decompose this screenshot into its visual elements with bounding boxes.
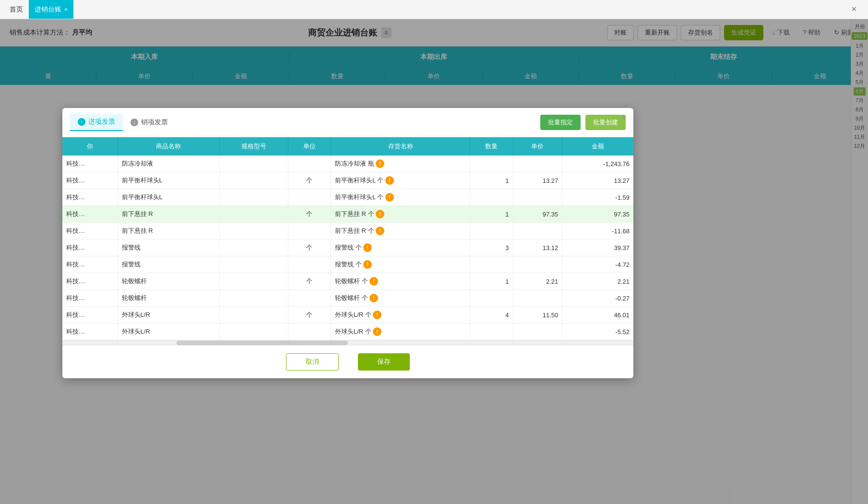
- col-header-0: 你: [62, 137, 118, 156]
- table-row[interactable]: 科技…前下悬挂 R前下悬挂 R 个 !-11.68: [62, 223, 633, 240]
- cell-9-1: 外球头L/R: [118, 307, 219, 324]
- cell-5-1: 报警线: [118, 240, 219, 256]
- modal-table-wrap[interactable]: 你 商品名称 规格型号 单位 存货名称 数量 单价 金额 科技…防冻冷却液防冻冷…: [62, 137, 633, 340]
- cell-10-0: 科技…: [62, 324, 118, 340]
- cell-2-0: 科技…: [62, 189, 118, 206]
- cell-8-1: 轮毂螺杆: [118, 290, 219, 307]
- cell-2-4: 前平衡杆球头L 个 !: [331, 189, 470, 206]
- table-row[interactable]: 科技…前下悬挂 R个前下悬挂 R 个 !197.3597.35: [62, 206, 633, 223]
- cell-3-2: [219, 206, 288, 223]
- table-row[interactable]: 科技…前平衡杆球头L前平衡杆球头L 个 !-1.59: [62, 189, 633, 206]
- home-tab[interactable]: 首页: [4, 0, 29, 19]
- cell-8-2: [219, 290, 288, 307]
- table-row[interactable]: 科技…外球头L/R外球头L/R 个 !-5.52: [62, 324, 633, 340]
- cell-1-0: 科技…: [62, 172, 118, 189]
- active-tab[interactable]: 进销台账 ×: [29, 0, 73, 19]
- cell-0-3: [288, 156, 331, 172]
- cell-5-4: 报警线 个 !: [331, 240, 470, 256]
- cell-1-7: 13.27: [562, 172, 633, 189]
- batch-create-button[interactable]: 批量创建: [585, 115, 626, 130]
- main-area: 销售成本计算方法： 月平均 商贸企业进销台账 ≡ 对账 重新开账 存货别名 生成…: [0, 19, 868, 504]
- cell-5-0: 科技…: [62, 240, 118, 256]
- table-header-row: 你 商品名称 规格型号 单位 存货名称 数量 单价 金额: [62, 137, 633, 156]
- cell-7-7: 2.21: [562, 273, 633, 290]
- cell-1-6: 13.27: [513, 172, 562, 189]
- modal-close-button[interactable]: ×: [621, 113, 627, 123]
- cell-7-5: 1: [470, 273, 513, 290]
- warning-icon: !: [369, 277, 378, 286]
- cell-4-4: 前下悬挂 R 个 !: [331, 223, 470, 240]
- scrollbar-thumb[interactable]: [177, 341, 348, 345]
- tab-close-icon[interactable]: ×: [64, 6, 68, 13]
- cell-6-2: [219, 256, 288, 273]
- batch-assign-button[interactable]: 批量指定: [540, 115, 581, 130]
- warning-icon: !: [369, 294, 378, 302]
- col-header-6: 单价: [513, 137, 562, 156]
- cell-1-1: 前平衡杆球头L: [118, 172, 219, 189]
- cell-4-5: [470, 223, 513, 240]
- warning-icon: !: [363, 260, 372, 269]
- cell-6-7: -4.72: [562, 256, 633, 273]
- cell-8-4: 轮毂螺杆 个 !: [331, 290, 470, 307]
- table-row[interactable]: 科技…报警线报警线 个 !-4.72: [62, 256, 633, 273]
- cell-10-3: [288, 324, 331, 340]
- table-body: 科技…防冻冷却液防冻冷却液 瓶 !-1,243.76科技…前平衡杆球头L个前平衡…: [62, 156, 633, 340]
- cell-2-5: [470, 189, 513, 206]
- warning-icon: !: [376, 227, 384, 235]
- cell-4-0: 科技…: [62, 223, 118, 240]
- cell-9-3: 个: [288, 307, 331, 324]
- warning-icon: !: [376, 159, 384, 168]
- table-row[interactable]: 科技…轮毂螺杆轮毂螺杆 个 !-0.27: [62, 290, 633, 307]
- cell-2-6: [513, 189, 562, 206]
- cell-2-2: [219, 189, 288, 206]
- cell-7-3: 个: [288, 273, 331, 290]
- cell-5-3: 个: [288, 240, 331, 256]
- cell-3-3: 个: [288, 206, 331, 223]
- cell-8-5: [470, 290, 513, 307]
- cell-1-2: [219, 172, 288, 189]
- warning-icon: !: [373, 327, 381, 336]
- cell-8-7: -0.27: [562, 290, 633, 307]
- col-header-7: 金额: [562, 137, 633, 156]
- cell-1-5: 1: [470, 172, 513, 189]
- cell-0-7: -1,243.76: [562, 156, 633, 172]
- save-button[interactable]: 保存: [358, 353, 410, 371]
- outbound-tab-icon: ↓: [131, 119, 138, 126]
- cell-3-4: 前下悬挂 R 个 !: [331, 206, 470, 223]
- col-header-2: 规格型号: [219, 137, 288, 156]
- invoice-table: 你 商品名称 规格型号 单位 存货名称 数量 单价 金额 科技…防冻冷却液防冻冷…: [62, 137, 633, 340]
- table-row[interactable]: 科技…前平衡杆球头L个前平衡杆球头L 个 !113.2713.27: [62, 172, 633, 189]
- cell-2-3: [288, 189, 331, 206]
- table-scrollbar[interactable]: [62, 340, 633, 345]
- cell-1-3: 个: [288, 172, 331, 189]
- cell-6-0: 科技…: [62, 256, 118, 273]
- cell-0-4: 防冻冷却液 瓶 !: [331, 156, 470, 172]
- table-row[interactable]: 科技…报警线个报警线 个 !313.1239.37: [62, 240, 633, 256]
- cell-6-4: 报警线 个 !: [331, 256, 470, 273]
- cell-6-1: 报警线: [118, 256, 219, 273]
- cell-9-6: 11.50: [513, 307, 562, 324]
- cell-10-7: -5.52: [562, 324, 633, 340]
- table-row[interactable]: 科技…轮毂螺杆个轮毂螺杆 个 !12.212.21: [62, 273, 633, 290]
- cell-0-5: [470, 156, 513, 172]
- cell-4-6: [513, 223, 562, 240]
- cell-3-5: 1: [470, 206, 513, 223]
- cell-7-1: 轮毂螺杆: [118, 273, 219, 290]
- table-row[interactable]: 科技…防冻冷却液防冻冷却液 瓶 !-1,243.76: [62, 156, 633, 172]
- col-header-5: 数量: [470, 137, 513, 156]
- warning-icon: !: [376, 210, 384, 218]
- cell-9-2: [219, 307, 288, 324]
- window-close-button[interactable]: ×: [844, 4, 864, 14]
- cell-2-1: 前平衡杆球头L: [118, 189, 219, 206]
- cell-10-1: 外球头L/R: [118, 324, 219, 340]
- tab-inbound-invoice[interactable]: ↑ 进项发票: [70, 114, 123, 131]
- cell-6-5: [470, 256, 513, 273]
- cancel-button[interactable]: 取消: [286, 353, 339, 371]
- tab-outbound-invoice[interactable]: ↓ 销项发票: [123, 114, 176, 131]
- cell-9-4: 外球头L/R 个 !: [331, 307, 470, 324]
- cell-4-1: 前下悬挂 R: [118, 223, 219, 240]
- cell-10-5: [470, 324, 513, 340]
- table-row[interactable]: 科技…外球头L/R个外球头L/R 个 !411.5046.01: [62, 307, 633, 324]
- cell-5-6: 13.12: [513, 240, 562, 256]
- cell-5-7: 39.37: [562, 240, 633, 256]
